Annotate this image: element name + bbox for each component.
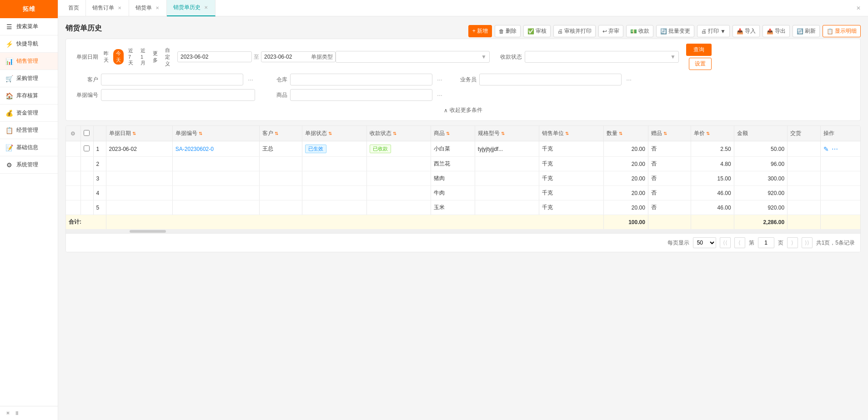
print-button[interactable]: 🖨 打印 ▼ <box>697 25 730 37</box>
tab-sales-history-close[interactable]: ✕ <box>203 5 209 10</box>
more-icon[interactable]: ⋯ <box>832 145 838 153</box>
page-number-input[interactable] <box>758 237 774 248</box>
audit-button[interactable]: ✅ 审核 <box>523 25 551 37</box>
tab-close-all-icon[interactable]: ✕ <box>856 5 861 11</box>
sidebar-pause-icon[interactable]: ⏸ <box>14 410 20 416</box>
select-all-checkbox[interactable] <box>84 130 90 136</box>
th-unit[interactable]: 销售单位 ⇅ <box>539 126 604 141</box>
sidebar-item-sales-mgmt[interactable]: 📊 销售管理 <box>0 53 58 70</box>
td-doc-no[interactable]: SA-20230602-0 <box>172 141 259 157</box>
warehouse-input[interactable] <box>290 74 432 85</box>
batch-change-button[interactable]: 🔄 批量变更 <box>656 25 694 37</box>
sort-unit-price[interactable]: 单价 ⇅ <box>694 130 731 137</box>
sort-unit[interactable]: 销售单位 ⇅ <box>542 130 601 137</box>
warehouse-picker-icon[interactable]: ··· <box>435 76 444 83</box>
sort-quantity[interactable]: 数量 ⇅ <box>607 130 645 137</box>
sidebar-item-search-menu[interactable]: ☰ 搜索菜单 <box>0 18 58 35</box>
salesperson-input[interactable] <box>479 74 622 85</box>
date-custom[interactable]: 自定义 <box>162 46 173 68</box>
td-doc-no[interactable] <box>172 157 259 171</box>
date-more[interactable]: 更多 <box>150 49 161 65</box>
th-doc-no[interactable]: 单据编号 ⇅ <box>172 126 259 141</box>
td-doc-no[interactable] <box>172 186 259 200</box>
sort-spec[interactable]: 规格型号 ⇅ <box>478 130 537 137</box>
tab-sales-goods[interactable]: 销货单 ✕ <box>129 0 167 16</box>
export-button[interactable]: 📤 导出 <box>763 25 790 37</box>
td-checkbox[interactable] <box>80 171 93 186</box>
query-button[interactable]: 查询 <box>686 44 712 56</box>
td-action[interactable] <box>820 186 860 200</box>
refresh-button[interactable]: 🔃 刷新 <box>793 25 820 37</box>
date-1month[interactable]: 近1月 <box>138 46 148 67</box>
td-action[interactable] <box>820 200 860 215</box>
doc-type-select[interactable]: ▼ <box>336 51 490 63</box>
date-7days[interactable]: 近7天 <box>125 46 136 67</box>
sidebar-item-sys-mgmt[interactable]: ⚙ 系统管理 <box>0 156 58 174</box>
abandon-button[interactable]: ↩ 弃审 <box>598 25 623 37</box>
settings-button[interactable]: 设置 <box>689 58 712 70</box>
sort-doc-date[interactable]: 单据日期 ⇅ <box>109 130 170 137</box>
sidebar-item-inventory[interactable]: 🏠 库存核算 <box>0 87 58 105</box>
payment-status-select[interactable]: ▼ <box>525 51 679 63</box>
next-page-button[interactable]: ⟩ <box>787 237 798 248</box>
customer-picker-icon[interactable]: ··· <box>246 76 255 83</box>
sidebar-item-ops-mgmt[interactable]: 📋 经营管理 <box>0 122 58 139</box>
tab-sales-order-close[interactable]: ✕ <box>117 5 122 10</box>
sort-goods[interactable]: 商品 ⇅ <box>434 130 472 137</box>
row-checkbox[interactable] <box>84 145 90 151</box>
th-doc-date[interactable]: 单据日期 ⇅ <box>106 126 172 141</box>
td-action[interactable]: ✎⋯ <box>820 141 860 157</box>
sidebar-expand-icon[interactable]: ☀ <box>5 410 10 416</box>
td-checkbox[interactable] <box>80 141 93 157</box>
doc-no-link[interactable]: SA-20230602-0 <box>176 146 214 152</box>
td-checkbox[interactable] <box>80 200 93 215</box>
tab-sales-order[interactable]: 销售订单 ✕ <box>86 0 129 16</box>
show-detail-button[interactable]: 📋 显示明细 <box>823 25 861 37</box>
th-unit-price[interactable]: 单价 ⇅ <box>691 126 734 141</box>
collect-button[interactable]: 💵 收款 <box>626 25 653 37</box>
goods-input[interactable] <box>290 89 432 101</box>
sidebar-item-quick-nav[interactable]: ⚡ 快捷导航 <box>0 35 58 53</box>
tab-sales-history[interactable]: 销货单历史 ✕ <box>167 0 216 16</box>
td-checkbox[interactable] <box>80 157 93 171</box>
th-settings[interactable]: ⚙ <box>66 126 80 141</box>
th-doc-status[interactable]: 单据状态 ⇅ <box>302 126 367 141</box>
goods-picker-icon[interactable]: ··· <box>435 91 444 99</box>
scroll-thumb[interactable] <box>130 230 166 233</box>
horizontal-scrollbar[interactable] <box>66 230 860 233</box>
doc-no-input[interactable] <box>101 89 255 101</box>
column-settings-icon[interactable]: ⚙ <box>70 130 75 137</box>
td-action[interactable] <box>820 171 860 186</box>
tab-sales-goods-close[interactable]: ✕ <box>155 5 160 10</box>
td-doc-no[interactable] <box>172 171 259 186</box>
th-goods[interactable]: 商品 ⇅ <box>431 126 475 141</box>
sidebar-item-finance[interactable]: 💰 资金管理 <box>0 105 58 122</box>
tab-home[interactable]: 首页 <box>62 0 86 16</box>
salesperson-picker-icon[interactable]: ··· <box>624 76 633 83</box>
sort-gift[interactable]: 赠品 ⇅ <box>651 130 688 137</box>
new-button[interactable]: + 新增 <box>468 25 492 37</box>
import-button[interactable]: 📥 导入 <box>733 25 760 37</box>
td-checkbox[interactable] <box>80 186 93 200</box>
date-from-input[interactable] <box>177 51 252 62</box>
prev-page-button[interactable]: ⟨ <box>734 237 745 248</box>
sort-doc-status[interactable]: 单据状态 ⇅ <box>305 130 364 137</box>
edit-icon[interactable]: ✎ <box>823 145 829 153</box>
customer-input[interactable] <box>101 74 243 85</box>
date-yesterday[interactable]: 昨天 <box>101 49 111 65</box>
th-customer[interactable]: 客户 ⇅ <box>259 126 302 141</box>
first-page-button[interactable]: ⟨⟨ <box>720 237 731 248</box>
page-size-select[interactable]: 50 100 200 <box>693 237 716 248</box>
th-quantity[interactable]: 数量 ⇅ <box>604 126 648 141</box>
th-payment-status[interactable]: 收款状态 ⇅ <box>366 126 431 141</box>
sort-customer[interactable]: 客户 ⇅ <box>262 130 299 137</box>
th-checkbox[interactable] <box>80 126 93 141</box>
sort-doc-no[interactable]: 单据编号 ⇅ <box>176 130 256 137</box>
delete-button[interactable]: 🗑 删除 <box>495 25 521 37</box>
sidebar-item-basic-info[interactable]: 📝 基础信息 <box>0 139 58 156</box>
sidebar-item-purchase-mgmt[interactable]: 🛒 采购管理 <box>0 70 58 87</box>
td-action[interactable] <box>820 157 860 171</box>
th-gift[interactable]: 赠品 ⇅ <box>648 126 691 141</box>
last-page-button[interactable]: ⟩⟩ <box>802 237 813 248</box>
td-doc-no[interactable] <box>172 200 259 215</box>
